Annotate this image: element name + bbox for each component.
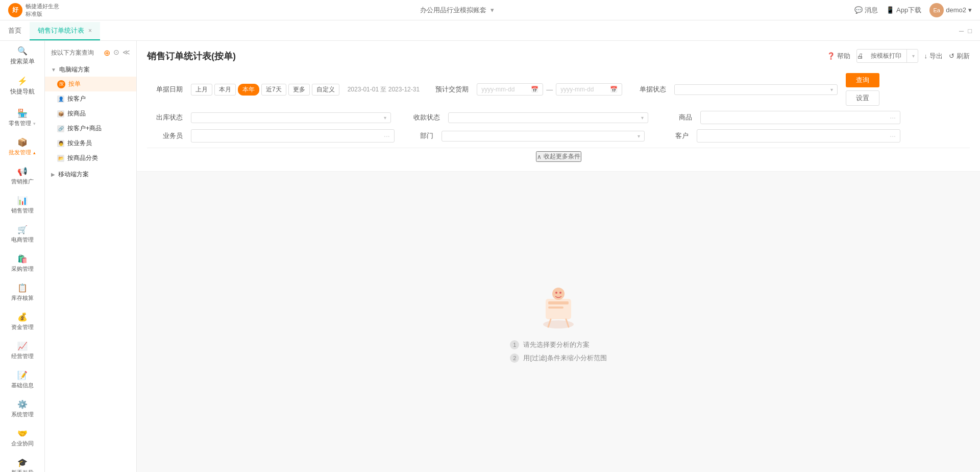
tree-child-by-salesperson[interactable]: 👨 按业务员: [45, 136, 136, 151]
action-buttons: 查询 设置: [846, 73, 879, 106]
filter-row-1: 单据日期 上月 本月 本年 近7天 更多 自定义 2023-01-01 至 20…: [147, 73, 970, 106]
payment-status-select[interactable]: ▾: [448, 112, 648, 123]
collapse-arrow-icon: ∧: [537, 153, 542, 160]
customer-dots-icon[interactable]: ···: [890, 132, 896, 140]
date-quick-btns: 上月 本月 本年 近7天 更多 自定义: [191, 84, 339, 96]
export-btn[interactable]: ↓ 导出: [924, 52, 943, 61]
date-btn-custom[interactable]: 自定义: [312, 84, 339, 96]
tree-child-by-order[interactable]: 按 按单: [45, 77, 136, 91]
empty-step-2: 2 用[过滤]条件来缩小分析范围: [510, 353, 606, 363]
sidebar-item-newbie[interactable]: 🎓 新手引导: [0, 453, 44, 472]
scheme-icon-customer-goods: 🔗: [57, 125, 64, 132]
add-scheme-icon[interactable]: ⊕: [104, 48, 110, 58]
department-select[interactable]: ▾: [442, 131, 645, 141]
empty-state: 1 请先选择要分析的方案 2 用[过滤]条件来缩小分析范围: [137, 172, 980, 472]
sidebar-item-purchase[interactable]: 🛍️ 采购管理: [0, 249, 44, 278]
sidebar-item-wholesale[interactable]: 📦 批发管理 ▴: [0, 132, 44, 161]
right-panel: 销售订单统计表(按单) ❓ 帮助 🖨 按模板打印 ▾ ↓ 导出: [137, 41, 980, 472]
tab-sales-order-stats[interactable]: 销售订单统计表 ×: [30, 22, 100, 40]
tab-close-icon[interactable]: ×: [88, 27, 92, 34]
empty-step-1: 1 请先选择要分析的方案: [510, 340, 606, 349]
app-download-btn[interactable]: 📱 App下载: [886, 6, 921, 15]
company-name: 办公用品行业模拟账套 ▾: [420, 6, 494, 15]
template-print-btn[interactable]: 🖨 按模板打印 ▾: [856, 49, 918, 63]
sidebar-item-ecommerce[interactable]: 🛒 电商管理: [0, 220, 44, 249]
refresh-btn[interactable]: ↺ 刷新: [949, 52, 970, 61]
empty-illustration: [533, 281, 584, 332]
status-select[interactable]: ▾: [674, 84, 838, 95]
filter-row-3: 业务员 ··· 部门 ▾ 客户 ···: [147, 129, 970, 143]
page-title: 销售订单统计表(按单): [147, 50, 236, 62]
main-layout: 🔍 搜索菜单 ⚡ 快捷导航 🏪 零售管理 ▾ 📦 批发管理 ▴ 📢 营销推广 📊…: [0, 41, 980, 472]
tree-parent-mobile[interactable]: ▶ 移动端方案: [45, 168, 136, 181]
date-separator: —: [546, 86, 553, 93]
tree-child-by-goods[interactable]: 📦 按商品: [45, 106, 136, 121]
calendar-start-icon[interactable]: 📅: [531, 86, 538, 93]
sidebar-item-basics[interactable]: 📝 基础信息: [0, 365, 44, 394]
tree-child-by-category[interactable]: 📂 按商品分类: [45, 151, 136, 166]
salesperson-select[interactable]: ···: [191, 129, 395, 143]
salesperson-label: 业务员: [147, 131, 183, 140]
goods-dots-icon[interactable]: ···: [890, 113, 896, 122]
messages-btn[interactable]: 💬 消息: [854, 6, 878, 15]
maximize-icon[interactable]: □: [968, 27, 972, 34]
sidebar-item-retail[interactable]: 🏪 零售管理 ▾: [0, 103, 44, 132]
user-menu[interactable]: Ea demo2 ▾: [929, 3, 972, 17]
delivery-chevron-icon: ▾: [384, 115, 386, 121]
expected-date-start[interactable]: yyyy-mm-dd 📅: [477, 83, 543, 96]
tab-home[interactable]: 首页: [0, 22, 30, 40]
logo-text: 畅捷通好生意 标准版: [26, 3, 59, 17]
inventory-icon: 📋: [0, 283, 44, 293]
date-btn-this-month[interactable]: 本月: [214, 84, 236, 96]
sidebar: 🔍 搜索菜单 ⚡ 快捷导航 🏪 零售管理 ▾ 📦 批发管理 ▴ 📢 营销推广 📊…: [0, 41, 45, 472]
collapse-panel-icon[interactable]: ≪: [122, 48, 130, 58]
left-panel: 按以下方案查询 ⊕ ⊙ ≪ ▼ 电脑端方案 按 按单 👤 按客户: [45, 41, 137, 472]
print-dropdown-arrow-icon[interactable]: ▾: [909, 51, 918, 61]
retail-icon: 🏪: [0, 108, 44, 118]
svg-point-4: [552, 288, 565, 300]
tree-child-by-customer[interactable]: 👤 按客户: [45, 91, 136, 106]
sidebar-item-sales[interactable]: 📊 销售管理: [0, 191, 44, 220]
expected-date-end[interactable]: yyyy-mm-dd 📅: [556, 83, 622, 96]
tree-parent-pc[interactable]: ▼ 电脑端方案: [45, 63, 136, 77]
search-btn[interactable]: 查询: [846, 73, 879, 87]
topbar-left: 好 畅捷通好生意 标准版: [8, 3, 59, 17]
tree-child-by-customer-goods[interactable]: 🔗 按客户+商品: [45, 121, 136, 136]
minimize-icon[interactable]: ─: [959, 27, 964, 34]
reset-btn[interactable]: 设置: [846, 90, 879, 106]
content-area: 按以下方案查询 ⊕ ⊙ ≪ ▼ 电脑端方案 按 按单 👤 按客户: [45, 41, 980, 472]
svg-rect-3: [548, 306, 564, 309]
sidebar-item-inventory[interactable]: 📋 库存核算: [0, 278, 44, 307]
sidebar-item-finance[interactable]: 💰 资金管理: [0, 307, 44, 336]
topbar: 好 畅捷通好生意 标准版 办公用品行业模拟账套 ▾ 💬 消息 📱 App下载 E…: [0, 0, 980, 20]
user-dropdown-arrow-icon: ▾: [968, 6, 972, 14]
step-2-num: 2: [510, 353, 519, 363]
customer-select[interactable]: ···: [697, 129, 900, 143]
delivery-status-select[interactable]: ▾: [191, 112, 391, 123]
svg-point-5: [555, 292, 557, 294]
date-btn-this-year[interactable]: 本年: [238, 84, 259, 96]
salesperson-dots-icon[interactable]: ···: [384, 132, 390, 140]
purchase-icon: 🛍️: [0, 254, 44, 264]
sidebar-item-enterprise[interactable]: 🤝 企业协同: [0, 423, 44, 453]
scheme-settings-icon[interactable]: ⊙: [113, 48, 119, 58]
system-icon: ⚙️: [0, 399, 44, 409]
sidebar-item-search[interactable]: 🔍 搜索菜单: [0, 41, 44, 71]
sidebar-item-marketing[interactable]: 📢 营销推广: [0, 161, 44, 191]
calendar-end-icon[interactable]: 📅: [610, 86, 618, 93]
help-btn[interactable]: ❓ 帮助: [827, 52, 850, 61]
date-btn-7days[interactable]: 近7天: [261, 84, 286, 96]
sidebar-item-quick-nav[interactable]: ⚡ 快捷导航: [0, 71, 44, 101]
date-btn-more[interactable]: 更多: [288, 84, 310, 96]
sidebar-item-operations[interactable]: 📈 经营管理: [0, 336, 44, 365]
left-panel-title: 按以下方案查询: [51, 49, 94, 57]
tree-expand-arrow-icon: ▼: [51, 67, 56, 73]
expected-date-label: 预计交货期: [428, 85, 469, 94]
sidebar-item-system[interactable]: ⚙️ 系统管理: [0, 394, 44, 423]
date-btn-last-month[interactable]: 上月: [191, 84, 212, 96]
payment-status-label: 收款状态: [399, 113, 440, 122]
scheme-icon-category: 📂: [57, 155, 64, 162]
goods-select[interactable]: ···: [700, 111, 900, 124]
collapse-btn[interactable]: ∧ 收起更多条件: [536, 151, 581, 162]
dropdown-arrow-icon[interactable]: ▾: [491, 6, 494, 14]
